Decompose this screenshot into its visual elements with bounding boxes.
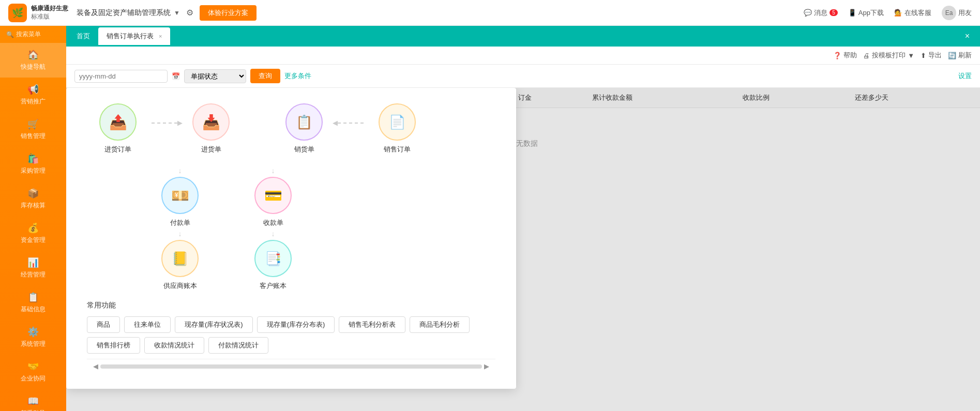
- export-btn[interactable]: ⬆ 导出: [921, 51, 942, 60]
- common-functions-section: 常用功能 商品 往来单位 现存量(库存状况表) 现存量(库存分布表) 销售毛利分…: [87, 301, 495, 354]
- settings-link[interactable]: 设置: [958, 71, 972, 81]
- filter-bar: 📅 单据状态 查询 更多条件 设置: [66, 65, 980, 88]
- btn-product-gross-analysis[interactable]: 商品毛利分析: [410, 316, 470, 333]
- app-download-btn[interactable]: 📱 App下载: [848, 8, 884, 18]
- user-btn[interactable]: Ea 用友: [942, 6, 972, 20]
- marketing-icon: 📢: [27, 84, 39, 95]
- content-area: 首页 销售订单执行表 × × ❓ 帮助 🖨 按模板打印: [66, 26, 980, 411]
- tab-bar: 首页 销售订单执行表 × ×: [66, 26, 980, 47]
- base-info-icon: 📋: [27, 292, 39, 303]
- tab-close-btn[interactable]: ×: [159, 33, 162, 39]
- tab-sales-order[interactable]: 销售订单执行表 ×: [98, 27, 170, 45]
- search-icon: 🔍: [6, 31, 14, 38]
- message-icon: 💬: [804, 9, 812, 17]
- system-title-area: 装备及固定资产辅助管理系统 ▼: [77, 8, 180, 18]
- system-dropdown-btn[interactable]: ▼: [174, 9, 180, 17]
- service-icon: 💁: [894, 9, 902, 17]
- arrow-down-1: ↓: [178, 164, 182, 177]
- print-dropdown-icon: ▼: [908, 52, 914, 59]
- purchase-icon: 🛍️: [27, 153, 39, 164]
- scroll-track[interactable]: [100, 364, 482, 369]
- common-buttons-row1: 商品 往来单位 现存量(库存状况表) 现存量(库存分布表) 销售毛利分析表 商品…: [87, 316, 495, 333]
- trial-btn[interactable]: 体验行业方案: [200, 5, 257, 21]
- sidebar-item-purchase-mgmt[interactable]: 🛍️ 采购管理: [0, 147, 66, 181]
- payment-node[interactable]: 💴 付款单: [149, 177, 211, 227]
- sidebar-item-enterprise[interactable]: 🤝 企业协同: [0, 355, 66, 389]
- receipt-node[interactable]: 💳 收款单: [242, 177, 304, 227]
- customer-ledger-node[interactable]: 📑 客户账本: [242, 240, 304, 291]
- template-print-btn[interactable]: 🖨 按模板打印 ▼: [863, 51, 914, 60]
- sidebar-item-sys-mgmt[interactable]: ⚙️ 系统管理: [0, 320, 66, 355]
- app-container: 🌿 畅康通好生意 标准版 装备及固定资产辅助管理系统 ▼ ⚙ 体验行业方案 💬 …: [0, 0, 980, 411]
- scroll-left-arrow[interactable]: ◀: [91, 362, 100, 370]
- btn-sales-gross-analysis[interactable]: 销售毛利分析表: [339, 316, 405, 333]
- arrow-down-2: ↓: [178, 227, 182, 240]
- query-btn[interactable]: 查询: [250, 69, 280, 83]
- purchase-order-icon: 📤: [99, 103, 137, 141]
- supplier-ledger-label: 供应商账本: [163, 281, 197, 291]
- purchase-order-node[interactable]: 📤 进货订单: [87, 103, 149, 154]
- sys-mgmt-icon: ⚙️: [27, 326, 39, 338]
- btn-sales-ranking[interactable]: 销售排行榜: [87, 337, 140, 354]
- sales-bill-node[interactable]: 📋 销货单: [273, 103, 335, 154]
- more-conditions-link[interactable]: 更多条件: [284, 71, 311, 81]
- message-btn[interactable]: 💬 消息 5: [804, 8, 838, 18]
- receipt-label: 收款单: [263, 218, 283, 227]
- operations-icon: 📊: [27, 257, 39, 268]
- user-label: 用友: [958, 8, 972, 18]
- sales-bill-label: 销货单: [294, 145, 314, 154]
- sidebar-item-inventory[interactable]: 📦 库存核算: [0, 181, 66, 216]
- page-actions: ❓ 帮助 🖨 按模板打印 ▼ ⬆ 导出 🔄 刷新: [833, 51, 972, 60]
- flow-section: 📤 进货订单 ▶: [87, 103, 495, 291]
- sidebar-item-sales-mgmt[interactable]: 🛒 销售管理: [0, 112, 66, 147]
- btn-payment-stats[interactable]: 付款情况统计: [208, 337, 268, 354]
- arrow-2: ◀: [335, 123, 366, 135]
- message-label: 消息: [814, 8, 827, 18]
- purchase-bill-node[interactable]: 📥 进货单: [180, 103, 242, 154]
- export-icon: ⬆: [921, 52, 926, 59]
- sales-order-label: 销售订单: [384, 145, 411, 154]
- sidebar-item-label: 企业协同: [21, 374, 46, 383]
- search-menu-btn[interactable]: 🔍 搜索菜单: [0, 26, 66, 43]
- help-btn[interactable]: ❓ 帮助: [833, 51, 857, 60]
- order-status-select[interactable]: 单据状态: [184, 69, 246, 83]
- sidebar-item-finance[interactable]: 💰 资金管理: [0, 216, 66, 251]
- supplier-ledger-node[interactable]: 📒 供应商账本: [149, 240, 211, 291]
- calendar-icon: 📅: [172, 72, 180, 80]
- app-icon: 📱: [848, 9, 856, 17]
- help-icon: ❓: [833, 52, 841, 59]
- sidebar-item-marketing[interactable]: 📢 营销推广: [0, 78, 66, 112]
- sidebar-item-label: 基础信息: [21, 305, 46, 314]
- online-service-btn[interactable]: 💁 在线客服: [894, 8, 931, 18]
- tab-home[interactable]: 首页: [68, 27, 98, 45]
- main-layout: 🔍 搜索菜单 🏠 快捷导航 📢 营销推广 🛒 销售管理 🛍️ 采购管理 📦: [0, 26, 980, 411]
- sidebar-item-label: 库存核算: [21, 201, 46, 210]
- btn-counterparty[interactable]: 往来单位: [124, 316, 171, 333]
- refresh-btn[interactable]: 🔄 刷新: [948, 51, 972, 60]
- sales-bill-icon: 📋: [285, 103, 323, 141]
- avatar: Ea: [942, 6, 956, 20]
- btn-product[interactable]: 商品: [87, 316, 120, 333]
- sidebar-item-quick-nav[interactable]: 🏠 快捷导航: [0, 43, 66, 78]
- close-all-btn[interactable]: ×: [957, 27, 978, 45]
- sales-bill-col: ↓ 💳 收款单 ↓ 📑: [242, 164, 304, 291]
- scroll-right-arrow[interactable]: ▶: [482, 362, 491, 370]
- sidebar-item-operations[interactable]: 📊 经营管理: [0, 251, 66, 285]
- enterprise-icon: 🤝: [27, 361, 39, 372]
- btn-inventory-dist[interactable]: 现存量(库存分布表): [257, 316, 335, 333]
- sales-order-node[interactable]: 📄 销售订单: [366, 103, 428, 154]
- settings-btn[interactable]: ⚙: [186, 8, 193, 18]
- btn-inventory-status[interactable]: 现存量(库存状况表): [175, 316, 253, 333]
- btn-receipt-stats[interactable]: 收款情况统计: [144, 337, 204, 354]
- date-input[interactable]: [74, 70, 168, 83]
- supplier-ledger-icon: 📒: [161, 240, 199, 277]
- sidebar-item-newcomer[interactable]: 📖 新手引导: [0, 389, 66, 411]
- purchase-order-label: 进货订单: [104, 145, 131, 154]
- page-header: ❓ 帮助 🖨 按模板打印 ▼ ⬆ 导出 🔄 刷新: [66, 47, 980, 65]
- sales-icon: 🛒: [27, 118, 39, 130]
- sidebar-item-base-info[interactable]: 📋 基础信息: [0, 285, 66, 320]
- purchase-bill-label: 进货单: [201, 145, 221, 154]
- message-badge: 5: [830, 9, 838, 16]
- sidebar-item-label: 快捷导航: [21, 63, 46, 71]
- system-title-text: 装备及固定资产辅助管理系统: [77, 8, 171, 18]
